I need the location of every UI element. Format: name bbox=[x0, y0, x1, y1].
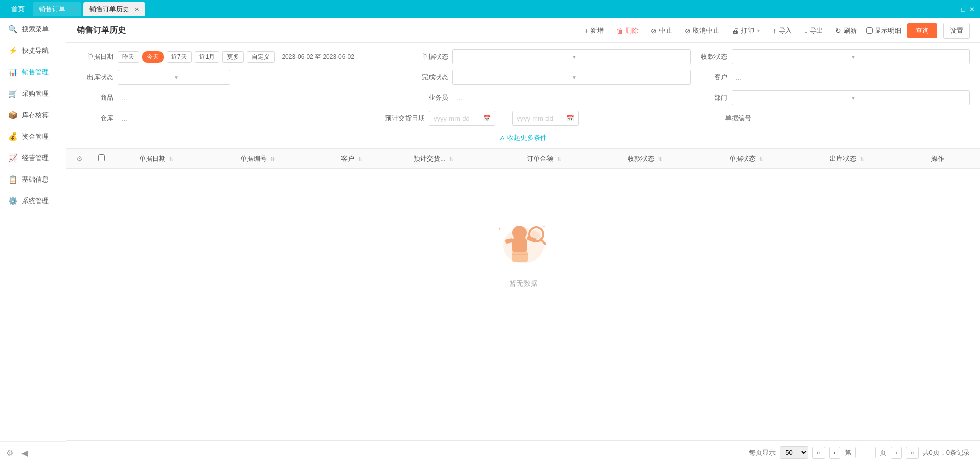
product-label: 商品 bbox=[77, 93, 118, 102]
select-all-checkbox[interactable] bbox=[98, 154, 105, 161]
complete-status-select[interactable]: ▼ bbox=[452, 70, 691, 85]
sidebar-item-system-label: 系统管理 bbox=[22, 196, 49, 206]
customer-select[interactable]: ... bbox=[736, 74, 741, 81]
cancel-stop-btn[interactable]: ⊘ 取消中止 bbox=[681, 24, 722, 37]
col-date[interactable]: 单据日期 ⇅ bbox=[133, 149, 234, 169]
col-delivery-status-sort: ⇅ bbox=[860, 156, 864, 162]
sidebar-item-purchase-mgmt[interactable]: 🛒 采购管理 bbox=[0, 83, 66, 104]
print-dropdown-icon[interactable]: ▼ bbox=[756, 28, 761, 33]
sidebar-item-finance[interactable]: 💰 资金管理 bbox=[0, 126, 66, 147]
finance-icon: 💰 bbox=[8, 132, 18, 141]
date-more-btn[interactable]: 更多 bbox=[222, 51, 244, 63]
import-btn-label: 导入 bbox=[779, 26, 792, 35]
maximize-btn[interactable]: □ bbox=[961, 6, 965, 13]
search-menu-icon: 🔍 bbox=[8, 25, 18, 34]
date-label: 单据日期 bbox=[77, 52, 118, 61]
col-delivery-date[interactable]: 预计交货... ⇅ bbox=[407, 149, 520, 169]
sidebar-collapse-icon[interactable]: ◀ bbox=[21, 448, 28, 458]
date-last1m-btn[interactable]: 近1月 bbox=[195, 51, 220, 63]
setting-button[interactable]: 设置 bbox=[943, 23, 970, 39]
tab-sales-order-close[interactable]: ✕ bbox=[71, 6, 75, 13]
col-customer[interactable]: 客户 ⇅ bbox=[335, 149, 407, 169]
filter-delivery-status-col: 出库状态 ▼ bbox=[77, 70, 412, 85]
col-customer-sort: ⇅ bbox=[358, 156, 362, 162]
sidebar-item-system[interactable]: ⚙️ 系统管理 bbox=[0, 190, 66, 212]
print-btn[interactable]: 🖨 打印 ▼ bbox=[728, 24, 764, 37]
date-custom-btn[interactable]: 自定义 bbox=[247, 51, 275, 63]
next-page-btn[interactable]: › bbox=[891, 447, 902, 459]
first-page-btn[interactable]: « bbox=[812, 447, 825, 459]
display-detail-checkbox[interactable] bbox=[866, 27, 873, 34]
col-delivery-status[interactable]: 出库状态 ⇅ bbox=[824, 149, 925, 169]
top-bar: 首页 销售订单 ✕ 销售订单历史 ✕ — □ ✕ bbox=[0, 0, 980, 18]
import-btn[interactable]: ↑ 导入 bbox=[770, 24, 795, 37]
col-payment-status[interactable]: 收款状态 ⇅ bbox=[622, 149, 723, 169]
tab-sales-order[interactable]: 销售订单 ✕ bbox=[33, 2, 81, 16]
table-settings-icon[interactable]: ⚙ bbox=[76, 154, 83, 163]
delivery-status-select[interactable]: ▼ bbox=[118, 70, 230, 85]
new-btn[interactable]: + 新增 bbox=[581, 24, 607, 37]
payment-status-arrow: ▼ bbox=[851, 54, 965, 60]
filter-complete-status-col: 完成状态 ▼ bbox=[412, 70, 691, 85]
operations-icon: 📈 bbox=[8, 153, 18, 163]
payment-status-select[interactable]: ▼ bbox=[732, 49, 970, 64]
refresh-btn[interactable]: ↻ 刷新 bbox=[832, 24, 860, 37]
page-input[interactable]: 1 bbox=[855, 447, 876, 458]
col-no-sort: ⇅ bbox=[270, 156, 275, 162]
sidebar-item-search-menu[interactable]: 🔍 搜索菜单 bbox=[0, 18, 66, 40]
per-page-select[interactable]: 50 10 20 100 bbox=[780, 446, 808, 459]
date-today-btn[interactable]: 今天 bbox=[142, 51, 164, 63]
display-detail-toggle[interactable]: 显示明细 bbox=[866, 26, 901, 35]
sidebar-item-quick-nav[interactable]: ⚡ 快捷导航 bbox=[0, 40, 66, 61]
export-btn-label: 导出 bbox=[810, 26, 823, 35]
sidebar-item-basic-info[interactable]: 📋 基础信息 bbox=[0, 169, 66, 190]
col-actions-label: 操作 bbox=[931, 154, 944, 162]
delivery-date-start-text: yyyy-mm-dd bbox=[434, 115, 470, 122]
date-last7-btn[interactable]: 近7天 bbox=[167, 51, 192, 63]
product-select[interactable]: ... bbox=[122, 94, 127, 102]
stop-btn[interactable]: ⊘ 中止 bbox=[648, 24, 675, 37]
sidebar-item-basic-info-label: 基础信息 bbox=[22, 175, 49, 184]
tab-home[interactable]: 首页 bbox=[5, 2, 31, 16]
empty-state: ✦ ✦ 暂无数据 bbox=[66, 169, 980, 329]
delivery-date-start[interactable]: yyyy-mm-dd 📅 bbox=[429, 111, 495, 126]
window-controls: — □ ✕ bbox=[950, 6, 975, 13]
sidebar-item-inventory[interactable]: 📦 库存核算 bbox=[0, 104, 66, 126]
salesperson-select[interactable]: ... bbox=[457, 94, 462, 102]
tab-sales-order-history-close[interactable]: ✕ bbox=[134, 6, 139, 13]
close-btn[interactable]: ✕ bbox=[969, 6, 975, 13]
prev-page-btn[interactable]: ‹ bbox=[829, 447, 840, 459]
col-delivery-date-label: 预计交货... bbox=[414, 154, 446, 162]
sidebar-item-sales-mgmt[interactable]: 📊 销售管理 bbox=[0, 61, 66, 83]
col-delivery-date-sort: ⇅ bbox=[449, 156, 453, 162]
sidebar-item-purchase-mgmt-label: 采购管理 bbox=[22, 89, 49, 98]
tab-sales-order-history[interactable]: 销售订单历史 ✕ bbox=[83, 2, 145, 16]
col-customer-label: 客户 bbox=[341, 154, 354, 162]
print-icon: 🖨 bbox=[732, 27, 739, 35]
purchase-mgmt-icon: 🛒 bbox=[8, 89, 18, 98]
col-no[interactable]: 单据编号 ⇅ bbox=[234, 149, 335, 169]
filter-area: 单据日期 昨天 今天 近7天 近1月 更多 自定义 2023-06-02 至 2… bbox=[66, 43, 980, 149]
page-prefix: 第 bbox=[845, 448, 851, 457]
department-select[interactable]: ▼ bbox=[732, 90, 970, 105]
export-btn[interactable]: ↓ 导出 bbox=[801, 24, 826, 37]
content-area: 销售订单历史 + 新增 🗑 删除 ⊘ 中止 ⊘ 取消中止 bbox=[66, 18, 980, 464]
collapse-bar[interactable]: ∧ 收起更多条件 bbox=[77, 131, 970, 142]
sidebar-item-operations[interactable]: 📈 经营管理 bbox=[0, 147, 66, 169]
col-payment-status-label: 收款状态 bbox=[628, 154, 654, 162]
delivery-date-end[interactable]: yyyy-mm-dd 📅 bbox=[512, 111, 579, 126]
date-yesterday-btn[interactable]: 昨天 bbox=[118, 51, 139, 63]
complete-status-label: 完成状态 bbox=[412, 73, 452, 82]
warehouse-select[interactable]: ... bbox=[122, 115, 127, 122]
delete-btn[interactable]: 🗑 删除 bbox=[613, 24, 642, 37]
last-page-btn[interactable]: » bbox=[906, 447, 919, 459]
sidebar-settings-icon[interactable]: ⚙ bbox=[6, 448, 13, 458]
col-amount[interactable]: 订单金额 ⇅ bbox=[520, 149, 622, 169]
page-title: 销售订单历史 bbox=[77, 25, 126, 36]
minimize-btn[interactable]: — bbox=[950, 6, 957, 13]
order-status-select[interactable]: ▼ bbox=[452, 49, 691, 64]
query-button[interactable]: 查询 bbox=[907, 23, 937, 38]
filter-department-col: 部门 ▼ bbox=[691, 90, 970, 105]
col-order-status[interactable]: 单据状态 ⇅ bbox=[723, 149, 824, 169]
tab-sales-order-history-label: 销售订单历史 bbox=[89, 5, 129, 14]
